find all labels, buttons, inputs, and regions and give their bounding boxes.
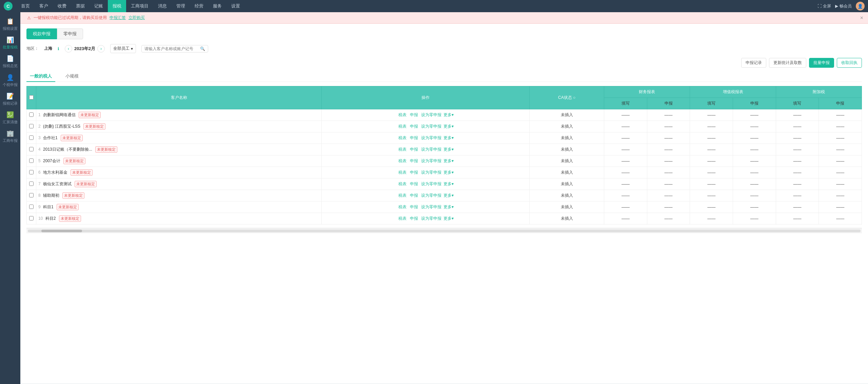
- row-checkbox-8[interactable]: [29, 205, 34, 209]
- sub-tab-general[interactable]: 一般的税人: [26, 71, 55, 82]
- sidebar: 📋 报税设置 📊 批量报税 📄 报税总览 👤 个税申报 📝 报税记录 💹 汇算清…: [0, 12, 20, 384]
- row-op-more[interactable]: 更多▾: [443, 124, 454, 129]
- notif-link-buy[interactable]: 立即购买: [129, 15, 145, 21]
- retrieve-button[interactable]: 收取回执: [837, 58, 862, 68]
- search-input[interactable]: [144, 46, 199, 51]
- nav-accounting[interactable]: 记账: [90, 0, 108, 12]
- sidebar-item-annual-clear[interactable]: 💹 汇算清缴: [0, 108, 20, 127]
- nav-tax[interactable]: 报税: [108, 0, 126, 12]
- notif-link-declare[interactable]: 申报汇签: [110, 15, 126, 21]
- row-checkbox-7[interactable]: [29, 193, 34, 197]
- batch-declare-button[interactable]: 批量申报: [809, 58, 834, 68]
- row-op-zero-declare[interactable]: 设为零申报: [421, 216, 441, 221]
- nav-fee[interactable]: 收费: [53, 0, 71, 12]
- row-op-zero-declare[interactable]: 设为零申报: [421, 205, 441, 209]
- row-op-declare[interactable]: 申报: [410, 193, 418, 198]
- row-op-zero-declare[interactable]: 设为零申报: [421, 170, 441, 175]
- search-icon[interactable]: 🔍: [200, 46, 205, 51]
- sidebar-item-individual-tax[interactable]: 👤 个税申报: [0, 71, 20, 90]
- header-financial-declare: 申报: [647, 98, 690, 109]
- sidebar-item-tax-overview[interactable]: 📄 报税总览: [0, 52, 20, 71]
- region-info-icon[interactable]: ℹ: [58, 46, 59, 51]
- row-checkbox-1[interactable]: [29, 124, 34, 128]
- row-op-declare[interactable]: 申报: [410, 158, 418, 163]
- declare-record-button[interactable]: 申报记录: [741, 58, 766, 68]
- row-tax-declare: ——: [733, 190, 776, 201]
- row-op-more[interactable]: 更多▾: [443, 170, 454, 175]
- row-op-tax-table[interactable]: 税表: [398, 193, 407, 198]
- nav-manage[interactable]: 管理: [172, 0, 190, 12]
- member-button[interactable]: ▶ 畅会员: [835, 3, 852, 9]
- nav-client[interactable]: 客户: [35, 0, 53, 12]
- sidebar-item-batch-tax[interactable]: 📊 批量报税: [0, 34, 20, 52]
- nav-invoice[interactable]: 票据: [71, 0, 90, 12]
- tab-tax-declare[interactable]: 税款申报: [26, 28, 57, 39]
- sub-tab-small-scale[interactable]: 小规模: [62, 71, 82, 82]
- nav-message[interactable]: 消息: [153, 0, 172, 12]
- row-checkbox-4[interactable]: [29, 158, 34, 163]
- row-checkbox-2[interactable]: [29, 135, 34, 140]
- row-checkbox-9[interactable]: [29, 216, 34, 220]
- header-add-fill: 填写: [776, 98, 819, 109]
- nav-operation[interactable]: 经营: [190, 0, 208, 12]
- sidebar-item-tax-record[interactable]: 📝 报税记录: [0, 90, 20, 108]
- row-op-declare[interactable]: 申报: [410, 124, 418, 129]
- row-op-more[interactable]: 更多▾: [443, 216, 454, 221]
- row-op-zero-declare[interactable]: 设为零申报: [421, 193, 441, 198]
- row-op-zero-declare[interactable]: 设为零申报: [421, 158, 441, 163]
- row-op-zero-declare[interactable]: 设为零申报: [421, 147, 441, 152]
- scroll-track[interactable]: [28, 230, 861, 232]
- staff-selector[interactable]: 全部员工 ▾: [110, 44, 136, 53]
- row-op-more[interactable]: 更多▾: [443, 147, 454, 152]
- row-checkbox-3[interactable]: [29, 147, 34, 151]
- row-op-more[interactable]: 更多▾: [443, 112, 454, 117]
- row-op-declare[interactable]: 申报: [410, 205, 418, 209]
- row-op-declare[interactable]: 申报: [410, 182, 418, 186]
- nav-home[interactable]: 首页: [16, 0, 35, 12]
- scroll-thumb[interactable]: [41, 230, 82, 232]
- row-op-zero-declare[interactable]: 设为零申报: [421, 124, 441, 129]
- row-add-fill: ——: [776, 167, 819, 178]
- row-op-tax-table[interactable]: 税表: [398, 124, 407, 129]
- row-op-declare[interactable]: 申报: [410, 216, 418, 221]
- nav-service[interactable]: 服务: [208, 0, 226, 12]
- row-op-tax-table[interactable]: 税表: [398, 158, 407, 163]
- row-op-more[interactable]: 更多▾: [443, 158, 454, 163]
- sidebar-item-tax-settings[interactable]: 📋 报税设置: [0, 15, 20, 34]
- row-checkbox-0[interactable]: [29, 112, 34, 117]
- period-prev-button[interactable]: ‹: [65, 45, 72, 52]
- row-op-tax-table[interactable]: 税表: [398, 205, 407, 209]
- row-op-declare[interactable]: 申报: [410, 147, 418, 152]
- row-op-tax-table[interactable]: 税表: [398, 112, 407, 117]
- row-checkbox-6[interactable]: [29, 182, 34, 186]
- row-op-zero-declare[interactable]: 设为零申报: [421, 182, 441, 186]
- sidebar-label-tax-settings: 报税设置: [3, 26, 18, 31]
- nav-settings[interactable]: 设置: [226, 0, 245, 12]
- row-op-tax-table[interactable]: 税表: [398, 216, 407, 221]
- row-op-more[interactable]: 更多▾: [443, 182, 454, 186]
- notif-close-button[interactable]: ×: [860, 15, 863, 21]
- row-op-zero-declare[interactable]: 设为零申报: [421, 112, 441, 117]
- row-op-more[interactable]: 更多▾: [443, 205, 454, 209]
- horizontal-scrollbar[interactable]: [26, 228, 862, 233]
- row-tax-declare: ——: [733, 155, 776, 167]
- row-ca-status: 未插入: [530, 190, 604, 201]
- row-op-more[interactable]: 更多▾: [443, 193, 454, 198]
- row-op-tax-table[interactable]: 税表: [398, 170, 407, 175]
- select-all-checkbox[interactable]: [29, 95, 34, 100]
- sidebar-item-annual-report[interactable]: 🏢 工商年报: [0, 127, 20, 146]
- nav-business[interactable]: 工商项目: [126, 0, 153, 12]
- row-checkbox-5[interactable]: [29, 170, 34, 174]
- update-stats-button[interactable]: 更新统计及取数: [769, 58, 806, 68]
- tab-zero-declare[interactable]: 零申报: [57, 28, 83, 39]
- row-op-tax-table[interactable]: 税表: [398, 135, 407, 140]
- row-op-tax-table[interactable]: 税表: [398, 182, 407, 186]
- row-op-declare[interactable]: 申报: [410, 170, 418, 175]
- row-op-more[interactable]: 更多▾: [443, 135, 454, 140]
- row-op-declare[interactable]: 申报: [410, 135, 418, 140]
- row-op-declare[interactable]: 申报: [410, 112, 418, 117]
- row-op-zero-declare[interactable]: 设为零申报: [421, 135, 441, 140]
- period-next-button[interactable]: ›: [97, 45, 105, 52]
- row-op-tax-table[interactable]: 税表: [398, 147, 407, 152]
- fullscreen-button[interactable]: ⛶ 全屏: [817, 3, 831, 9]
